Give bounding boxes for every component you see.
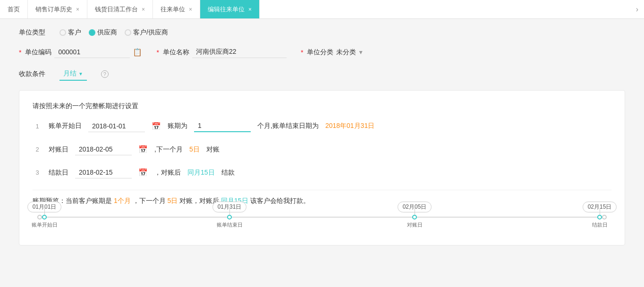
tl-stem-4 — [600, 208, 600, 215]
calendar-icon-2[interactable]: 📅 — [138, 145, 148, 154]
timeline-spacer — [37, 219, 607, 234]
radio-customer-label: 客户 — [68, 28, 81, 37]
help-icon[interactable]: ? — [101, 70, 109, 78]
close-partner-unit-icon[interactable]: × — [189, 6, 192, 13]
radio-circle-supplier — [89, 29, 95, 36]
preview-section: 账期预览：当前客户账期是 1个月 ，下一个月 5日 对账，对账后 同月15日 该… — [33, 190, 611, 205]
tabs-more-icon[interactable]: › — [630, 5, 644, 14]
payment-terms-label: 收款条件 — [19, 70, 45, 78]
row-num-1: 1 — [33, 123, 42, 130]
unit-info-row: * 单位编码 📋 * 单位名称 * 单位分类 未分类 ▼ — [19, 46, 625, 58]
tl-node-4 — [597, 215, 602, 219]
tl-node-2 — [227, 215, 232, 219]
preview-suffix: 该客户会给我打款。 — [250, 197, 310, 204]
required-cat: * — [301, 49, 303, 56]
radio-supplier-label: 供应商 — [97, 28, 117, 37]
radio-circle-customer — [59, 29, 66, 36]
tl-point-2: 01月31日 账单结束日 — [227, 215, 232, 219]
timeline-right-dot — [602, 215, 607, 219]
tl-label-2: 账单结束日 — [217, 221, 243, 228]
payment-terms-row: 收款条件 月结 ▼ ? — [19, 68, 625, 81]
tl-label-4: 结款日 — [592, 221, 608, 228]
close-cashwork-icon[interactable]: × — [142, 6, 145, 13]
unit-name-field: * 单位名称 — [156, 46, 286, 58]
payment-date-input[interactable] — [75, 167, 132, 178]
period-desc-suffix-pre: 个月,账单结束日期为 — [257, 122, 319, 130]
close-sales-history-icon[interactable]: × — [76, 6, 79, 13]
row-num-3: 3 — [33, 169, 42, 176]
required-code: * — [19, 49, 21, 56]
unit-name-label: 单位名称 — [163, 48, 189, 57]
radio-customer[interactable]: 客户 — [59, 28, 81, 37]
row-num-2: 2 — [33, 146, 42, 153]
card-title: 请按照未来的一个完整帐期进行设置 — [33, 102, 611, 110]
required-name: * — [156, 49, 159, 56]
period-card: 请按照未来的一个完整帐期进行设置 1 账单开始日 📅 账期为 个月,账单结束日期… — [19, 90, 625, 245]
preview-mid1: ，下一个月 — [133, 197, 166, 204]
radio-both-label: 客户/供应商 — [133, 28, 168, 37]
calendar-icon-1[interactable]: 📅 — [152, 122, 161, 131]
unit-code-field: * 单位编码 📋 — [19, 46, 142, 58]
payment-highlight: 同月15日 — [187, 169, 215, 177]
close-edit-partner-icon[interactable]: × — [248, 6, 252, 13]
row-label-1: 账单开始日 — [49, 122, 82, 130]
row-label-3: 结款日 — [49, 169, 68, 177]
period-row-1: 1 账单开始日 📅 账期为 个月,账单结束日期为 2018年01月31日 — [33, 120, 611, 132]
period-row-2: 2 对账日 📅 ,下一个月 5日 对账 — [33, 144, 611, 155]
unit-category-dropdown[interactable]: 未分类 ▼ — [336, 48, 364, 57]
payment-desc-before: ，对账后 — [154, 169, 181, 177]
period-desc-prefix: 账期为 — [168, 122, 187, 130]
tab-edit-partner[interactable]: 编辑往来单位 × — [200, 0, 260, 18]
row-label-2: 对账日 — [49, 145, 68, 154]
tl-label-1: 账单开始日 — [32, 221, 58, 228]
unit-category-value: 未分类 — [336, 48, 356, 57]
reconcile-highlight: 5日 — [189, 145, 200, 154]
main-content: 单位类型 客户 供应商 客户/供应商 * 单位编码 📋 * 单位名称 — [0, 19, 644, 287]
end-date-highlight: 2018年01月31日 — [325, 122, 374, 130]
tab-home[interactable]: 首页 — [0, 0, 28, 18]
tl-node-1 — [42, 215, 47, 219]
tl-point-4: 02月15日 结款日 — [597, 215, 602, 219]
radio-supplier[interactable]: 供应商 — [89, 28, 117, 37]
payment-desc-after: 结款 — [221, 169, 235, 177]
tl-point-1: 01月01日 账单开始日 — [42, 215, 47, 219]
preview-highlight2: 5日 — [167, 197, 178, 204]
radio-both[interactable]: 客户/供应商 — [125, 28, 168, 37]
tl-stem-3 — [415, 208, 415, 215]
tabs-bar: 首页 销售订单历史 × 钱货日清工作台 × 往来单位 × 编辑往来单位 × › — [0, 0, 644, 19]
timeline-line: 01月01日 账单开始日 01月31日 账单结束日 02月05日 — [42, 217, 602, 218]
unit-type-row: 单位类型 客户 供应商 客户/供应商 — [19, 28, 625, 37]
unit-name-input[interactable] — [192, 46, 287, 58]
preview-highlight1: 1个月 — [114, 197, 131, 204]
tl-node-3 — [412, 215, 417, 219]
reconcile-desc-after: 对账 — [206, 145, 220, 154]
tl-stem-1 — [44, 208, 45, 215]
timeline-row: 01月01日 账单开始日 01月31日 账单结束日 02月05日 — [37, 215, 607, 219]
tl-label-3: 对账日 — [407, 221, 423, 228]
doc-icon[interactable]: 📋 — [133, 48, 142, 57]
radio-circle-both — [125, 29, 131, 36]
tl-stem-2 — [229, 208, 230, 215]
period-row-3: 3 结款日 📅 ，对账后 同月15日 结款 — [33, 167, 611, 178]
tab-cashwork[interactable]: 钱货日清工作台 × — [87, 0, 153, 18]
payment-terms-dropdown[interactable]: 月结 ▼ — [59, 68, 87, 81]
payment-terms-chevron-icon: ▼ — [78, 71, 83, 76]
tab-partner-unit[interactable]: 往来单位 × — [153, 0, 200, 18]
reconcile-desc-before: ,下一个月 — [154, 145, 183, 154]
month-input[interactable] — [194, 120, 251, 132]
start-date-input[interactable] — [88, 120, 145, 132]
tab-sales-history[interactable]: 销售订单历史 × — [28, 0, 87, 18]
unit-type-radio-group: 客户 供应商 客户/供应商 — [59, 28, 168, 37]
reconcile-date-input[interactable] — [75, 144, 132, 155]
unit-category-field: * 单位分类 未分类 ▼ — [301, 48, 364, 57]
timeline-left-dot — [37, 215, 42, 219]
payment-terms-value: 月结 — [63, 69, 76, 78]
calendar-icon-3[interactable]: 📅 — [138, 168, 148, 177]
unit-code-label: 单位编码 — [25, 48, 51, 57]
timeline-section: 01月01日 账单开始日 01月31日 账单结束日 02月05日 — [33, 205, 611, 234]
unit-code-input[interactable] — [54, 46, 130, 58]
tl-point-3: 02月05日 对账日 — [412, 215, 417, 219]
unit-type-label: 单位类型 — [19, 28, 45, 37]
unit-category-label: 单位分类 — [307, 48, 333, 57]
unit-category-chevron-icon: ▼ — [358, 49, 364, 56]
